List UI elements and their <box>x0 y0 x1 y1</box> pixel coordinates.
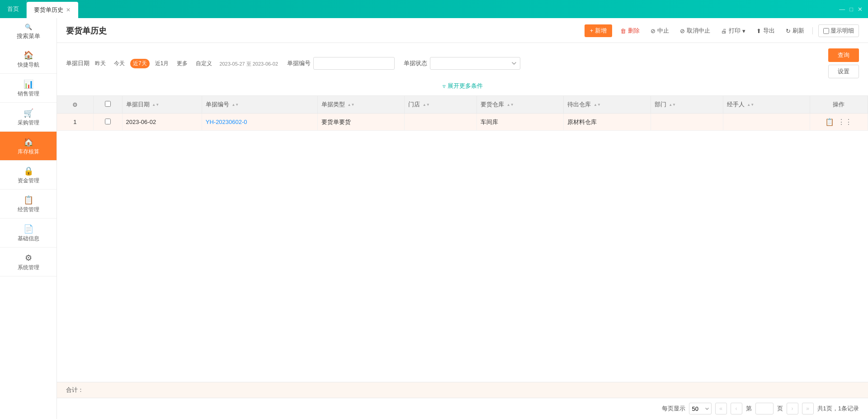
refresh-icon: ↻ <box>786 28 791 34</box>
cancel-stop-button[interactable]: ⊘ 取消中止 <box>677 25 713 37</box>
sidebar-item-basic-label: 基础信息 <box>18 235 39 243</box>
chart-icon: 📊 <box>24 80 33 88</box>
close-icon[interactable]: ✕ <box>858 6 863 13</box>
sort-date-icon[interactable]: ▲▼ <box>152 103 159 107</box>
sort-dept-icon[interactable]: ▲▼ <box>669 103 676 107</box>
date-shortcut-more[interactable]: 更多 <box>174 59 190 68</box>
sort-num-icon[interactable]: ▲▼ <box>231 103 239 107</box>
next-page-button[interactable]: › <box>787 403 798 414</box>
home-icon: 🏠 <box>24 51 33 59</box>
print-button[interactable]: 🖨 打印 ▾ <box>718 25 748 37</box>
date-shortcut-custom[interactable]: 自定义 <box>193 59 215 68</box>
delete-button[interactable]: 🗑 删除 <box>618 25 642 37</box>
search-icon: 🔍 <box>25 24 32 30</box>
page-input[interactable]: 1 <box>755 403 774 414</box>
page-title-row: 要货单历史 + 新增 🗑 删除 ⊘ 中止 ⊘ 取消中止 <box>66 24 859 37</box>
tab-close-icon[interactable]: ✕ <box>66 7 71 13</box>
date-shortcuts: 昨天 今天 近7天 近1月 更多 自定义 <box>92 59 215 68</box>
sort-pending-icon[interactable]: ▲▼ <box>594 103 601 107</box>
docstatus-filter-item: 单据状态 <box>404 57 520 70</box>
sort-store-icon[interactable]: ▲▼ <box>423 103 430 107</box>
first-page-button[interactable]: « <box>715 403 727 414</box>
date-shortcut-1month[interactable]: 近1月 <box>152 59 172 68</box>
main-layout: 🔍 搜索菜单 🏠 快捷导航 📊 销售管理 🛒 采购管理 🏠 库存核算 🔒 资金管… <box>0 18 868 419</box>
per-page-select[interactable]: 20 50 100 <box>689 403 712 414</box>
sort-handler-icon[interactable]: ▲▼ <box>747 103 754 107</box>
page-title: 要货单历史 <box>66 25 107 36</box>
docstatus-label: 单据状态 <box>404 59 427 67</box>
new-button[interactable]: + 新增 <box>585 24 612 37</box>
sidebar-search[interactable]: 🔍 搜索菜单 <box>0 18 57 45</box>
sidebar-item-purchase-mgmt[interactable]: 🛒 采购管理 <box>0 103 57 132</box>
sidebar-item-inventory[interactable]: 🏠 库存核算 <box>0 132 57 161</box>
date-shortcut-7days[interactable]: 近7天 <box>130 59 150 68</box>
stop-icon: ⊘ <box>651 28 656 34</box>
more-ops-icon[interactable]: ⋮⋮ <box>838 118 852 126</box>
sidebar-item-fund-mgmt[interactable]: 🔒 资金管理 <box>0 161 57 190</box>
cell-num: YH-20230602-0 <box>202 114 317 131</box>
filter-area: 单据日期 昨天 今天 近7天 近1月 更多 自定义 2023-05-27 至 2… <box>57 43 868 96</box>
select-all-checkbox[interactable] <box>105 101 111 107</box>
top-bar-window-controls: — □ ✕ <box>839 0 863 18</box>
th-type: 单据类型 ▲▼ <box>317 96 404 114</box>
table-footer: 合计： <box>57 382 868 398</box>
last-page-button[interactable]: » <box>802 403 814 414</box>
display-detail-checkbox[interactable] <box>823 28 829 34</box>
lock-icon: 🔒 <box>24 167 33 175</box>
cell-index: 1 <box>57 114 93 131</box>
table-area: ⚙ 单据日期 ▲▼ 单据编号 ▲▼ <box>57 96 868 382</box>
sort-warehouse-icon[interactable]: ▲▼ <box>507 103 514 107</box>
sidebar-item-ops-mgmt[interactable]: 📋 经营管理 <box>0 190 57 219</box>
table-settings-icon[interactable]: ⚙ <box>72 101 78 108</box>
docnum-label: 单据编号 <box>287 59 311 67</box>
print-dropdown-icon: ▾ <box>742 28 745 34</box>
refresh-button[interactable]: ↻ 刷新 <box>783 25 807 37</box>
minimize-icon[interactable]: — <box>839 6 845 13</box>
expand-more-label: 展开更多条件 <box>448 82 483 90</box>
date-shortcut-today[interactable]: 今天 <box>111 59 127 68</box>
stop-button[interactable]: ⊘ 中止 <box>648 25 672 37</box>
sort-type-icon[interactable]: ▲▼ <box>348 103 355 107</box>
prev-page-button[interactable]: ‹ <box>731 403 742 414</box>
sidebar-item-purchase-label: 采购管理 <box>18 119 39 127</box>
maximize-icon[interactable]: □ <box>849 6 853 13</box>
settings-button[interactable]: 设置 <box>828 65 859 78</box>
export-button[interactable]: ⬆ 导出 <box>754 25 778 37</box>
docnum-filter-item: 单据编号 <box>287 57 395 70</box>
page-label-after: 页 <box>777 405 783 413</box>
tab-home-label: 首页 <box>7 5 19 13</box>
display-detail-button[interactable]: 显示明细 <box>818 24 859 37</box>
expand-more-button[interactable]: ▿ 展开更多条件 <box>66 82 859 90</box>
th-index: ⚙ <box>57 96 93 114</box>
ops-icons: 📋 ⋮⋮ <box>814 118 864 126</box>
cell-warehouse: 车间库 <box>477 114 564 131</box>
query-button[interactable]: 查询 <box>828 48 859 62</box>
top-bar: 首页 要货单历史 ✕ — □ ✕ <box>0 0 868 18</box>
sidebar-item-ops-label: 经营管理 <box>18 206 39 214</box>
doc-num-link[interactable]: YH-20230602-0 <box>206 119 247 125</box>
sidebar-item-quick-nav[interactable]: 🏠 快捷导航 <box>0 45 57 74</box>
sidebar-item-sys-mgmt[interactable]: ⚙ 系统管理 <box>0 248 57 276</box>
delete-button-label: 删除 <box>628 27 640 35</box>
sidebar-item-sales-mgmt[interactable]: 📊 销售管理 <box>0 74 57 103</box>
sidebar-item-fund-label: 资金管理 <box>18 177 39 185</box>
tab-home[interactable]: 首页 <box>0 0 27 18</box>
display-detail-label: 显示明细 <box>830 27 854 35</box>
docnum-input[interactable] <box>313 57 395 70</box>
cancel-stop-icon: ⊘ <box>680 28 685 34</box>
cell-pending: 原材料仓库 <box>564 114 651 131</box>
sidebar-search-label: 搜索菜单 <box>17 32 40 40</box>
ops-icon: 📋 <box>24 196 33 204</box>
th-store: 门店 ▲▼ <box>405 96 477 114</box>
top-bar-tabs: 首页 要货单历史 ✕ <box>0 0 78 18</box>
cell-type: 要货单要货 <box>317 114 404 131</box>
tab-requisition-history[interactable]: 要货单历史 ✕ <box>27 2 78 18</box>
print-label: 打印 <box>729 27 741 35</box>
sidebar-item-basic-info[interactable]: 📄 基础信息 <box>0 219 57 248</box>
date-shortcut-yesterday[interactable]: 昨天 <box>92 59 108 68</box>
tab-requisition-label: 要货单历史 <box>34 6 63 14</box>
inventory-icon: 🏠 <box>24 138 33 146</box>
row-checkbox[interactable] <box>105 119 111 124</box>
docstatus-select[interactable] <box>430 57 520 70</box>
edit-icon[interactable]: 📋 <box>825 118 834 126</box>
